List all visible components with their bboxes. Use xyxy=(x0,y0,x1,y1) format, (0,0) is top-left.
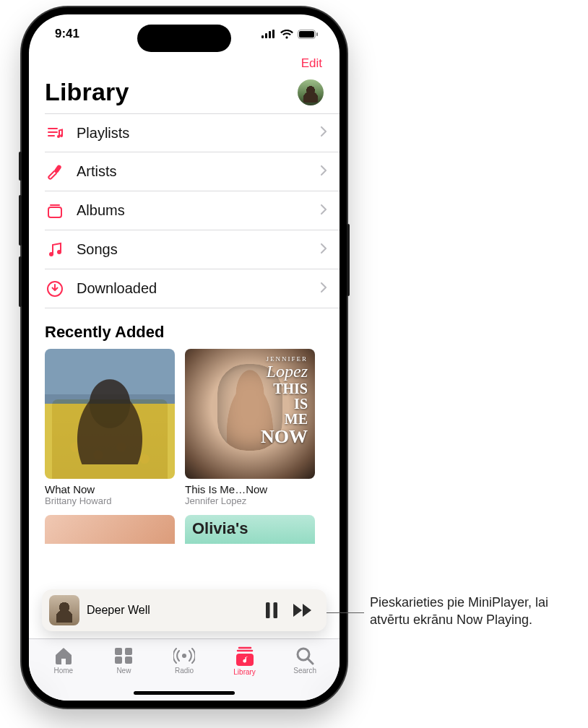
tab-search[interactable]: Search xyxy=(274,644,335,701)
tab-label: Library xyxy=(233,668,256,676)
svg-point-8 xyxy=(60,134,63,137)
list-row-label: Songs xyxy=(77,241,309,258)
list-row-albums[interactable]: Albums xyxy=(45,191,340,230)
album-item[interactable]: JENNIFER Lopez THIS IS ME NOW This Is Me… xyxy=(185,349,315,506)
album-item[interactable]: Olivia's xyxy=(185,515,315,544)
recently-added-grid: What Now Brittany Howard JENNIFER Lopez … xyxy=(29,349,340,506)
wifi-icon xyxy=(280,30,293,39)
cellular-icon xyxy=(261,30,276,38)
svg-rect-10 xyxy=(48,207,61,217)
songs-icon xyxy=(45,241,65,259)
svg-rect-9 xyxy=(53,164,62,173)
chevron-right-icon xyxy=(321,282,327,295)
svg-rect-0 xyxy=(261,35,264,38)
album-artist: Jennifer Lopez xyxy=(185,495,315,506)
account-avatar[interactable] xyxy=(298,79,324,105)
svg-point-11 xyxy=(49,252,53,256)
chevron-right-icon xyxy=(321,126,327,139)
album-artwork: Olivia's xyxy=(185,515,315,544)
svg-point-12 xyxy=(57,250,61,254)
tab-label: Home xyxy=(53,667,73,675)
svg-point-20 xyxy=(182,654,186,658)
album-item[interactable] xyxy=(45,515,175,544)
albums-icon xyxy=(45,202,65,220)
svg-rect-5 xyxy=(299,31,314,38)
list-row-artists[interactable]: Artists xyxy=(45,152,340,191)
tab-home[interactable]: Home xyxy=(33,644,94,701)
tab-label: New xyxy=(116,667,131,675)
playlists-icon xyxy=(45,124,65,142)
svg-rect-16 xyxy=(115,648,122,655)
section-heading: Recently Added xyxy=(29,308,340,349)
svg-rect-14 xyxy=(266,602,270,618)
miniplayer-artwork xyxy=(49,595,79,625)
tab-label: Radio xyxy=(175,667,194,675)
list-row-playlists[interactable]: Playlists xyxy=(45,113,340,152)
recently-added-grid-row2: Olivia's xyxy=(29,515,340,544)
svg-rect-3 xyxy=(272,30,274,38)
album-artist: Brittany Howard xyxy=(45,495,175,506)
album-artwork xyxy=(45,515,175,544)
svg-rect-15 xyxy=(274,602,278,618)
album-title: What Now xyxy=(45,483,175,495)
list-row-label: Playlists xyxy=(77,125,309,142)
list-row-label: Artists xyxy=(77,163,309,180)
dynamic-island xyxy=(137,25,231,52)
list-row-label: Downloaded xyxy=(77,280,309,297)
battery-icon xyxy=(298,30,318,39)
library-list: Playlists Artists Albums xyxy=(29,113,340,308)
edit-button[interactable]: Edit xyxy=(301,56,322,71)
svg-rect-2 xyxy=(269,31,271,38)
callout-leader xyxy=(321,612,364,613)
album-artwork: JENNIFER Lopez THIS IS ME NOW xyxy=(185,349,315,479)
chevron-right-icon xyxy=(321,165,327,178)
home-indicator[interactable] xyxy=(134,691,235,695)
miniplayer-title: Deeper Well xyxy=(87,604,256,617)
album-item[interactable]: What Now Brittany Howard xyxy=(45,349,175,506)
chevron-right-icon xyxy=(321,243,327,256)
album-artwork xyxy=(45,349,175,479)
next-track-button[interactable] xyxy=(287,603,319,618)
status-time: 9:41 xyxy=(55,27,79,41)
svg-point-7 xyxy=(57,135,60,138)
pause-button[interactable] xyxy=(256,602,287,618)
page-title: Library xyxy=(45,78,129,106)
svg-rect-1 xyxy=(265,33,267,38)
mini-player[interactable]: Deeper Well xyxy=(42,589,327,631)
chevron-right-icon xyxy=(321,204,327,217)
album-title: This Is Me…Now xyxy=(185,483,315,495)
svg-rect-17 xyxy=(125,648,132,655)
tab-label: Search xyxy=(293,667,316,675)
list-row-songs[interactable]: Songs xyxy=(45,230,340,269)
svg-rect-18 xyxy=(115,656,122,664)
downloaded-icon xyxy=(45,280,65,298)
callout-text: Pieskarieties pie MiniPlayer, lai atvērt… xyxy=(370,594,579,629)
svg-rect-6 xyxy=(316,32,318,36)
list-row-downloaded[interactable]: Downloaded xyxy=(45,269,340,308)
list-row-label: Albums xyxy=(77,202,309,219)
artists-icon xyxy=(45,163,65,181)
svg-rect-19 xyxy=(125,656,132,664)
